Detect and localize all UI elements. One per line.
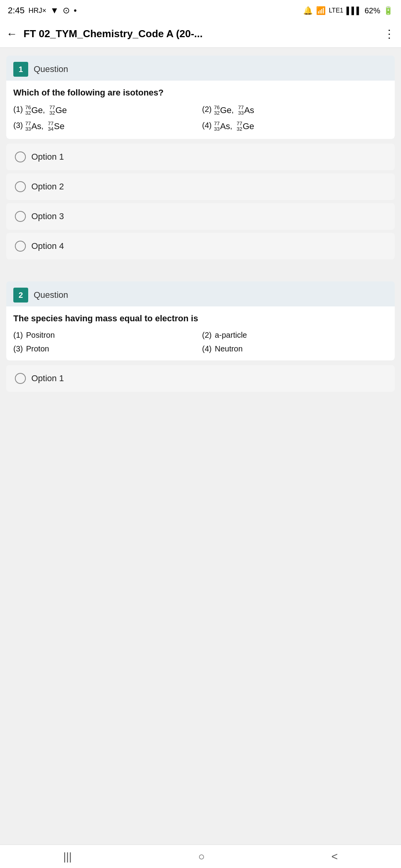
q1-option-3-label: Option 3	[31, 211, 64, 222]
q2-choice-3-text: Proton	[26, 344, 49, 353]
status-bar: 2:45 HRJ× ▼ ⊙ • 🔔 📶 LTE1 ▌▌▌ 62% 🔋	[0, 0, 401, 20]
q2-choice-2-text: a-particle	[215, 331, 247, 340]
wifi-icon: 📶	[316, 6, 326, 15]
q1-answer-option-1[interactable]: Option 1	[6, 144, 395, 170]
q1-radio-4	[15, 241, 26, 252]
question-number-badge-1: 1	[13, 62, 28, 77]
question-label-2: Question	[34, 290, 68, 300]
q2-option-1-label: Option 1	[31, 373, 64, 384]
spacer-1	[6, 263, 395, 272]
lte-icon: LTE1	[329, 7, 343, 14]
app-title: FT 02_TYM_Chemistry_Code A (20-...	[23, 28, 384, 40]
nav-menu-button[interactable]: |||	[63, 850, 72, 863]
q2-choices-grid: (1) Positron (2) a-particle (3) Proton (…	[13, 331, 388, 353]
question-card-2: 2 Question The species having mass equal…	[6, 281, 395, 360]
app-bar: ← FT 02_TYM_Chemistry_Code A (20-... ⋮	[0, 20, 401, 48]
question-number-badge-2: 2	[13, 288, 28, 303]
question-header-2: 2 Question	[6, 281, 395, 306]
battery-percent: 62%	[365, 6, 380, 15]
battery-icon: 🔋	[383, 6, 393, 15]
q1-answer-option-2[interactable]: Option 2	[6, 173, 395, 200]
question-card-1: 1 Question Which of the following are is…	[6, 56, 395, 139]
network-icon: HRJ×	[29, 7, 47, 15]
question-label-1: Question	[34, 64, 68, 74]
q2-answer-option-1[interactable]: Option 1	[6, 365, 395, 392]
q1-radio-3	[15, 211, 26, 222]
q2-choice-1-num: (1)	[13, 331, 23, 340]
q1-option-1-label: Option 1	[31, 152, 64, 162]
q2-choice-2: (2) a-particle	[202, 331, 388, 340]
main-content: 1 Question Which of the following are is…	[0, 48, 401, 845]
whatsapp-icon: ⊙	[63, 5, 70, 16]
question-text-2: The species having mass equal to electro…	[13, 313, 388, 324]
q1-option-2-label: Option 2	[31, 182, 64, 192]
signal-bars: ▌▌▌	[347, 7, 361, 15]
question-body-1: Which of the following are isotones? (1)…	[6, 81, 395, 139]
nav-back-button[interactable]: <	[331, 850, 338, 863]
q1-radio-1	[15, 151, 26, 162]
chem-option-2: (2) 7632Ge , 7733As	[202, 105, 388, 116]
question-text-1: Which of the following are isotones?	[13, 88, 388, 98]
back-button[interactable]: ←	[6, 28, 17, 40]
status-right: 🔔 📶 LTE1 ▌▌▌ 62% 🔋	[303, 6, 393, 15]
spacer-2	[6, 272, 395, 281]
q1-answer-option-3[interactable]: Option 3	[6, 203, 395, 230]
dot-icon: •	[74, 5, 77, 16]
q2-choice-4: (4) Neutron	[202, 344, 388, 353]
chem-option-1: (1) 7632Ge , 7732Ge	[13, 105, 199, 116]
nav-home-button[interactable]: ○	[198, 850, 205, 863]
q1-radio-2	[15, 181, 26, 192]
more-options-button[interactable]: ⋮	[384, 27, 395, 40]
q2-choice-4-text: Neutron	[215, 344, 242, 353]
q2-choice-3: (3) Proton	[13, 344, 199, 353]
nav-bar: ||| ○ <	[0, 845, 401, 868]
q2-choice-3-num: (3)	[13, 344, 23, 353]
q1-answer-option-4[interactable]: Option 4	[6, 233, 395, 259]
chem-option-4: (4) 7733As , 7732Ge	[202, 121, 388, 132]
alarm-icon: 🔔	[303, 6, 313, 15]
q2-choice-4-num: (4)	[202, 344, 211, 353]
chemistry-options-grid-1: (1) 7632Ge , 7732Ge (2)	[13, 105, 388, 132]
q1-option-4-label: Option 4	[31, 241, 64, 251]
question-body-2: The species having mass equal to electro…	[6, 306, 395, 360]
time-display: 2:45	[8, 5, 25, 16]
bottom-spacer	[6, 395, 395, 512]
q2-choice-2-num: (2)	[202, 331, 211, 340]
q2-choice-1: (1) Positron	[13, 331, 199, 340]
question-header-1: 1 Question	[6, 56, 395, 81]
status-left: 2:45 HRJ× ▼ ⊙ •	[8, 5, 77, 16]
q2-radio-1	[15, 373, 26, 384]
q2-choice-1-text: Positron	[26, 331, 54, 340]
hotspot-icon: ▼	[50, 5, 59, 16]
chem-option-3: (3) 7733As , 7734Se	[13, 121, 199, 132]
